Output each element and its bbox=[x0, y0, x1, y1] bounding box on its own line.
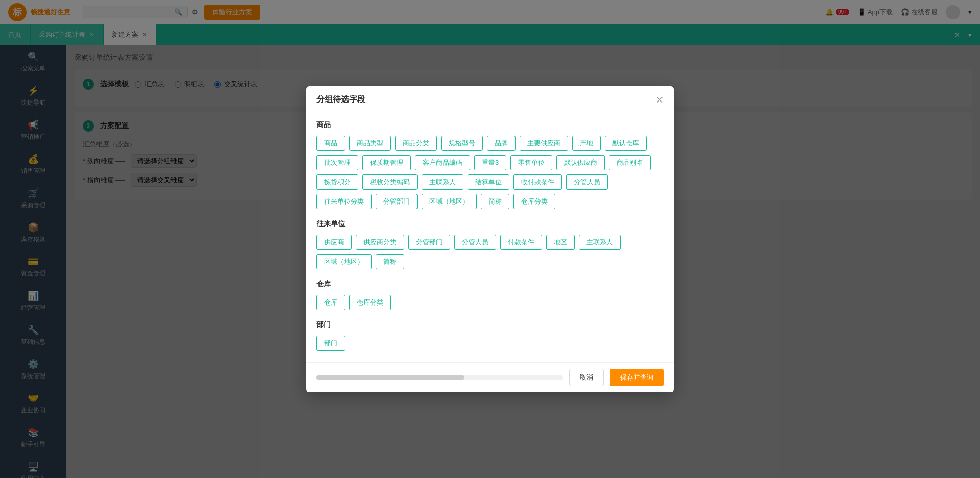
field-tag-warehouse[interactable]: 仓库 bbox=[316, 295, 345, 310]
modal-body: 商品 商品 商品类型 商品分类 规格型号 品牌 主要供应商 产地 默认仓库 批次… bbox=[306, 112, 674, 362]
field-group-goods: 商品 商品 商品类型 商品分类 规格型号 品牌 主要供应商 产地 默认仓库 批次… bbox=[316, 120, 664, 209]
cancel-button[interactable]: 取消 bbox=[569, 369, 604, 386]
field-tag-partner-div-staff[interactable]: 分管人员 bbox=[454, 235, 496, 250]
field-tag-spec[interactable]: 规格型号 bbox=[441, 136, 483, 151]
modal-overlay: 分组待选字段 ✕ 商品 商品 商品类型 商品分类 规格型号 品牌 主要供应商 产… bbox=[0, 0, 980, 478]
field-tag-main-contact[interactable]: 主联系人 bbox=[422, 174, 463, 190]
field-tag-goods[interactable]: 商品 bbox=[316, 136, 345, 151]
field-tag-partner-region[interactable]: 区域（地区） bbox=[316, 254, 372, 269]
field-tag-dept[interactable]: 部门 bbox=[316, 336, 345, 351]
field-group-warehouse: 仓库 仓库 仓库分类 bbox=[316, 280, 664, 310]
field-tag-settlement-unit[interactable]: 结算单位 bbox=[468, 174, 509, 190]
field-tag-main-supplier[interactable]: 主要供应商 bbox=[520, 136, 568, 151]
field-tag-division-staff[interactable]: 分管人员 bbox=[566, 174, 608, 190]
field-tag-default-supplier[interactable]: 默认供应商 bbox=[556, 155, 605, 170]
field-tag-partner-category[interactable]: 往来单位分类 bbox=[316, 194, 372, 209]
field-tags-partner: 供应商 供应商分类 分管部门 分管人员 付款条件 地区 主联系人 区域（地区） … bbox=[316, 235, 664, 269]
field-tag-origin[interactable]: 产地 bbox=[572, 136, 601, 151]
field-tag-customer-code[interactable]: 客户商品编码 bbox=[415, 155, 470, 170]
field-tag-partner-main-contact[interactable]: 主联系人 bbox=[579, 235, 621, 250]
modal: 分组待选字段 ✕ 商品 商品 商品类型 商品分类 规格型号 品牌 主要供应商 产… bbox=[306, 86, 674, 392]
field-tag-pick-score[interactable]: 拣货积分 bbox=[316, 174, 358, 190]
modal-close-button[interactable]: ✕ bbox=[656, 94, 664, 106]
field-tag-goods-category[interactable]: 商品分类 bbox=[395, 136, 437, 151]
field-tags-warehouse: 仓库 仓库分类 bbox=[316, 295, 664, 310]
field-tag-shelf-life[interactable]: 保质期管理 bbox=[362, 155, 411, 170]
save-query-button[interactable]: 保存并查询 bbox=[610, 369, 664, 386]
field-group-warehouse-title: 仓库 bbox=[316, 280, 664, 289]
modal-title: 分组待选字段 bbox=[316, 94, 365, 105]
modal-header: 分组待选字段 ✕ bbox=[306, 86, 674, 112]
field-group-partner: 往来单位 供应商 供应商分类 分管部门 分管人员 付款条件 地区 主联系人 区域… bbox=[316, 219, 664, 269]
field-tag-payment-terms[interactable]: 收付款条件 bbox=[513, 174, 562, 190]
field-tag-weight[interactable]: 重量3 bbox=[474, 155, 506, 170]
field-group-partner-title: 往来单位 bbox=[316, 219, 664, 229]
field-tag-partner-div-dept[interactable]: 分管部门 bbox=[408, 235, 450, 250]
field-group-goods-title: 商品 bbox=[316, 120, 664, 130]
field-tag-tax-code[interactable]: 税收分类编码 bbox=[362, 174, 418, 190]
field-tag-warehouse-cat[interactable]: 仓库分类 bbox=[349, 295, 391, 310]
field-tag-brand[interactable]: 品牌 bbox=[487, 136, 516, 151]
field-tag-goods-alias[interactable]: 商品别名 bbox=[609, 155, 651, 170]
field-group-dept: 部门 部门 bbox=[316, 320, 664, 351]
field-tag-supplier-cat[interactable]: 供应商分类 bbox=[356, 235, 404, 250]
field-tag-region[interactable]: 区域（地区） bbox=[422, 194, 477, 209]
field-group-dept-title: 部门 bbox=[316, 320, 664, 330]
field-tag-batch-mgmt[interactable]: 批次管理 bbox=[316, 155, 358, 170]
field-tag-retail-unit[interactable]: 零售单位 bbox=[510, 155, 552, 170]
modal-footer: 取消 保存并查询 bbox=[306, 362, 674, 392]
field-tag-warehouse-category[interactable]: 仓库分类 bbox=[513, 194, 555, 209]
field-tags-goods: 商品 商品类型 商品分类 规格型号 品牌 主要供应商 产地 默认仓库 批次管理 … bbox=[316, 136, 664, 209]
field-tag-partner-abbreviation[interactable]: 简称 bbox=[376, 254, 404, 269]
field-tags-dept: 部门 bbox=[316, 336, 664, 351]
field-tag-division-dept[interactable]: 分管部门 bbox=[376, 194, 418, 209]
field-tag-payment-condition[interactable]: 付款条件 bbox=[500, 235, 542, 250]
field-tag-supplier[interactable]: 供应商 bbox=[316, 235, 352, 250]
field-tag-abbreviation[interactable]: 简称 bbox=[481, 194, 509, 209]
field-tag-goods-type[interactable]: 商品类型 bbox=[349, 136, 391, 151]
field-tag-area[interactable]: 地区 bbox=[546, 235, 575, 250]
field-tag-default-warehouse[interactable]: 默认仓库 bbox=[605, 136, 647, 151]
